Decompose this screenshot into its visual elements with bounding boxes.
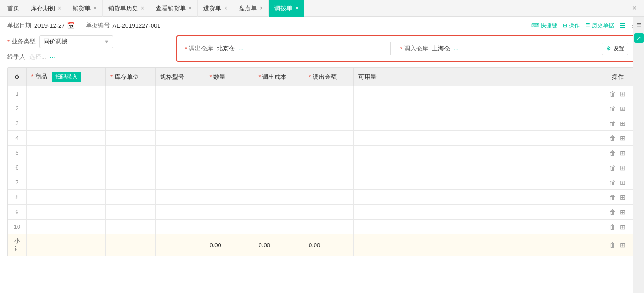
table-scroll-wrap[interactable]: ⚙ * 商品 扫码录入 * 库存单位 规格型号 bbox=[8, 68, 636, 256]
delete-icon[interactable]: 🗑 bbox=[609, 105, 616, 112]
row-spec[interactable] bbox=[156, 131, 205, 146]
row-unit[interactable] bbox=[106, 190, 156, 205]
row-cost[interactable] bbox=[254, 86, 304, 101]
copy-icon[interactable]: ⊞ bbox=[620, 208, 626, 216]
row-spec[interactable] bbox=[156, 160, 205, 175]
tab-view-sales[interactable]: 查看销货单 × bbox=[150, 0, 198, 17]
delete-icon[interactable]: 🗑 bbox=[609, 208, 616, 216]
row-qty[interactable] bbox=[205, 160, 254, 175]
row-available[interactable] bbox=[354, 205, 599, 220]
row-available[interactable] bbox=[354, 86, 599, 101]
row-spec[interactable] bbox=[156, 86, 205, 101]
business-type-dropdown[interactable]: 同价调拨 ▼ bbox=[39, 35, 113, 48]
person-ellipsis-btn[interactable]: ··· bbox=[50, 54, 55, 61]
row-unit[interactable] bbox=[106, 146, 156, 160]
row-amount[interactable] bbox=[304, 205, 353, 220]
row-available[interactable] bbox=[354, 190, 599, 205]
row-amount[interactable] bbox=[304, 190, 353, 205]
delete-icon[interactable]: 🗑 bbox=[609, 223, 616, 231]
operate-btn[interactable]: ⊞ 操作 bbox=[563, 22, 580, 30]
view-toggle-list[interactable]: ☰ bbox=[620, 22, 626, 29]
tab-sales-order[interactable]: 销货单 × bbox=[67, 0, 103, 17]
row-spec[interactable] bbox=[156, 190, 205, 205]
delete-icon[interactable]: 🗑 bbox=[609, 90, 616, 98]
delete-icon[interactable]: 🗑 bbox=[609, 134, 616, 142]
tab-transfer-order[interactable]: 调拨单 × bbox=[269, 0, 304, 17]
row-qty[interactable] bbox=[205, 116, 254, 131]
tab-sales-history[interactable]: 销货单历史 × bbox=[103, 0, 150, 17]
copy-icon[interactable]: ⊞ bbox=[620, 194, 626, 201]
tab-bar-close-btn[interactable]: × bbox=[627, 4, 642, 12]
row-cost[interactable] bbox=[254, 160, 304, 175]
tab-sales-order-close[interactable]: × bbox=[93, 5, 97, 12]
row-unit[interactable] bbox=[106, 116, 156, 131]
row-qty[interactable] bbox=[205, 101, 254, 116]
row-spec[interactable] bbox=[156, 101, 205, 116]
tab-inventory-check[interactable]: 盘点单 × bbox=[233, 0, 269, 17]
copy-icon[interactable]: ⊞ bbox=[620, 120, 626, 127]
row-available[interactable] bbox=[354, 131, 599, 146]
copy-icon[interactable]: ⊞ bbox=[620, 149, 626, 157]
row-amount[interactable] bbox=[304, 146, 353, 160]
row-goods[interactable] bbox=[26, 131, 106, 146]
tab-transfer-order-close[interactable]: × bbox=[295, 5, 298, 12]
row-cost[interactable] bbox=[254, 175, 304, 190]
row-available[interactable] bbox=[354, 220, 599, 234]
scan-input-btn[interactable]: 扫码录入 bbox=[52, 72, 81, 82]
row-cost[interactable] bbox=[254, 146, 304, 160]
history-btn[interactable]: ☰ 历史单据 bbox=[585, 22, 614, 30]
row-qty[interactable] bbox=[205, 205, 254, 220]
copy-icon[interactable]: ⊞ bbox=[620, 179, 626, 186]
row-unit[interactable] bbox=[106, 101, 156, 116]
row-amount[interactable] bbox=[304, 86, 353, 101]
row-available[interactable] bbox=[354, 160, 599, 175]
row-cost[interactable] bbox=[254, 205, 304, 220]
row-cost[interactable] bbox=[254, 131, 304, 146]
row-unit[interactable] bbox=[106, 131, 156, 146]
row-qty[interactable] bbox=[205, 146, 254, 160]
delete-icon[interactable]: 🗑 bbox=[609, 164, 616, 171]
row-amount[interactable] bbox=[304, 220, 353, 234]
sidebar-export-icon[interactable]: ↗ bbox=[634, 33, 644, 43]
tab-inventory-init[interactable]: 库存期初 × bbox=[25, 0, 67, 17]
shortcut-btn[interactable]: ⌨ 快捷键 bbox=[531, 22, 557, 30]
delete-icon[interactable]: 🗑 bbox=[609, 241, 616, 249]
row-available[interactable] bbox=[354, 101, 599, 116]
row-amount[interactable] bbox=[304, 101, 353, 116]
copy-icon[interactable]: ⊞ bbox=[620, 90, 626, 98]
row-unit[interactable] bbox=[106, 160, 156, 175]
delete-icon[interactable]: 🗑 bbox=[609, 179, 616, 186]
delete-icon[interactable]: 🗑 bbox=[609, 120, 616, 127]
row-qty[interactable] bbox=[205, 190, 254, 205]
delete-icon[interactable]: 🗑 bbox=[609, 194, 616, 201]
copy-icon[interactable]: ⊞ bbox=[620, 223, 626, 231]
row-spec[interactable] bbox=[156, 116, 205, 131]
tab-sales-history-close[interactable]: × bbox=[141, 5, 144, 12]
person-placeholder[interactable]: 选择... bbox=[29, 53, 46, 61]
copy-icon[interactable]: ⊞ bbox=[620, 241, 626, 249]
col-gear-header[interactable]: ⚙ bbox=[8, 68, 26, 86]
row-goods[interactable] bbox=[26, 190, 106, 205]
row-goods[interactable] bbox=[26, 175, 106, 190]
tab-inventory-check-close[interactable]: × bbox=[260, 5, 263, 12]
row-available[interactable] bbox=[354, 175, 599, 190]
row-spec[interactable] bbox=[156, 146, 205, 160]
sidebar-list-icon[interactable]: ☰ bbox=[634, 20, 644, 30]
row-cost[interactable] bbox=[254, 220, 304, 234]
row-unit[interactable] bbox=[106, 175, 156, 190]
row-qty[interactable] bbox=[205, 220, 254, 234]
row-spec[interactable] bbox=[156, 220, 205, 234]
row-available[interactable] bbox=[354, 116, 599, 131]
tab-inventory-init-close[interactable]: × bbox=[58, 5, 61, 12]
copy-icon[interactable]: ⊞ bbox=[620, 164, 626, 171]
tab-purchase-order-close[interactable]: × bbox=[224, 5, 227, 12]
row-amount[interactable] bbox=[304, 131, 353, 146]
row-qty[interactable] bbox=[205, 131, 254, 146]
row-goods[interactable] bbox=[26, 146, 106, 160]
tab-home[interactable]: 首页 bbox=[2, 0, 25, 17]
row-cost[interactable] bbox=[254, 101, 304, 116]
row-amount[interactable] bbox=[304, 175, 353, 190]
row-unit[interactable] bbox=[106, 220, 156, 234]
row-qty[interactable] bbox=[205, 175, 254, 190]
settings-btn[interactable]: ⚙ 设置 bbox=[602, 43, 628, 55]
